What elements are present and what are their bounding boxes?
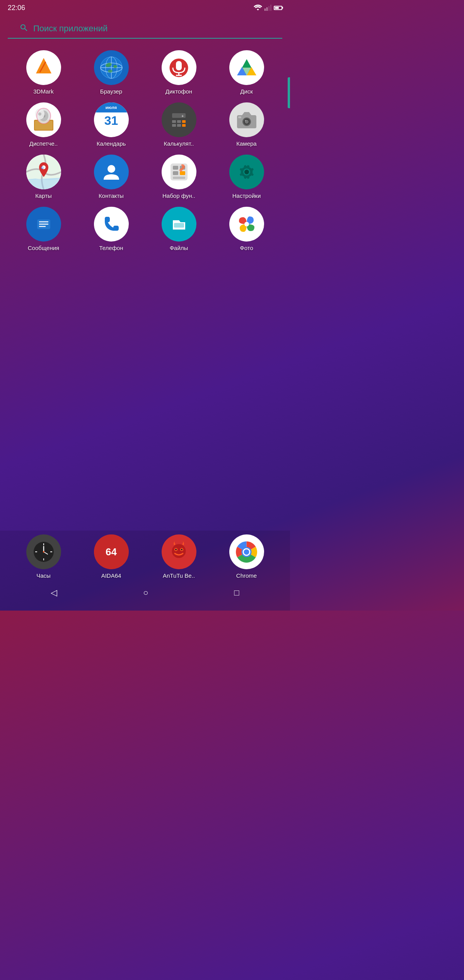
app-label-dispatcher: Диспетче..	[29, 140, 58, 147]
scroll-indicator	[288, 77, 290, 108]
app-item-naborfun[interactable]: Набор фун..	[147, 155, 211, 199]
app-label-camera: Камера	[236, 140, 256, 147]
app-item-dispatcher[interactable]: Диспетче..	[12, 102, 75, 147]
status-time: 22:06	[8, 4, 25, 12]
svg-point-90	[244, 549, 249, 555]
app-item-camera[interactable]: Камера	[215, 102, 278, 147]
app-icon-contacts	[94, 155, 129, 189]
svg-point-31	[38, 112, 41, 116]
app-icon-camera	[229, 102, 264, 137]
dock-icon-chrome	[229, 534, 264, 569]
battery-icon	[274, 6, 282, 10]
svg-marker-21	[242, 59, 251, 68]
app-grid: 3DMark Браузер	[0, 43, 290, 259]
svg-rect-56	[173, 166, 178, 170]
app-icon-naborfun	[162, 155, 196, 189]
app-label-settings: Настройки	[232, 192, 261, 199]
app-label-3dmark: 3DMark	[33, 88, 54, 95]
dock-icon-clock	[26, 534, 61, 569]
app-icon-disk	[229, 50, 264, 85]
app-label-dictophone: Диктофон	[165, 88, 192, 95]
app-icon-files	[162, 207, 196, 242]
app-icon-maps: G	[26, 155, 61, 189]
search-icon	[19, 23, 29, 34]
search-bar[interactable]: Поиск приложений	[8, 19, 282, 39]
dock-item-antutu[interactable]: AnTuTu Be..	[147, 534, 211, 579]
svg-rect-60	[173, 177, 185, 179]
dock-item-aida64[interactable]: 64 AIDA64	[79, 534, 143, 579]
search-placeholder: Поиск приложений	[33, 24, 107, 34]
svg-rect-40	[177, 124, 181, 127]
dock-label-aida64: AIDA64	[101, 572, 121, 579]
back-button[interactable]: ◁	[43, 585, 65, 601]
bottom-dock: Часы 64 AIDA64	[0, 531, 290, 611]
wifi-icon	[254, 5, 262, 11]
svg-point-86	[181, 549, 183, 550]
svg-rect-39	[172, 124, 176, 127]
app-item-calendar[interactable]: июля 31 Календарь	[79, 102, 143, 147]
svg-rect-59	[180, 171, 185, 175]
svg-rect-41	[182, 124, 186, 127]
dock-item-clock[interactable]: Часы	[12, 534, 75, 579]
dock-label-clock: Часы	[36, 572, 51, 579]
svg-point-82	[172, 544, 186, 558]
app-icon-dictophone	[162, 50, 196, 85]
app-item-photos[interactable]: Фото	[215, 207, 278, 251]
dock-label-chrome: Chrome	[236, 572, 257, 579]
svg-text:G: G	[41, 166, 44, 170]
app-icon-messages	[26, 207, 61, 242]
svg-point-71	[244, 222, 249, 226]
svg-rect-17	[176, 61, 182, 70]
app-item-dictophone[interactable]: Диктофон	[147, 50, 211, 95]
app-icon-photos	[229, 207, 264, 242]
app-icon-calendar: июля 31	[94, 102, 129, 137]
app-item-browser[interactable]: Браузер	[79, 50, 143, 95]
svg-rect-1	[266, 7, 268, 11]
app-label-files: Файлы	[170, 245, 188, 251]
svg-rect-36	[172, 120, 176, 123]
svg-rect-3	[270, 5, 271, 11]
nav-bar: ◁ ○ □	[0, 583, 290, 603]
svg-point-85	[175, 549, 177, 550]
app-item-messages[interactable]: Сообщения	[12, 207, 75, 251]
svg-rect-70	[174, 223, 184, 228]
app-icon-3dmark	[26, 50, 61, 85]
svg-point-54	[107, 165, 115, 173]
app-label-photos: Фото	[240, 245, 253, 251]
status-icons	[254, 5, 282, 11]
dock-item-chrome[interactable]: Chrome	[215, 534, 278, 579]
svg-point-47	[245, 120, 246, 121]
svg-text:+: +	[181, 114, 184, 118]
dock-apps: Часы 64 AIDA64	[0, 534, 290, 583]
app-label-naborfun: Набор фун..	[162, 192, 195, 199]
app-item-phone[interactable]: Телефон	[79, 207, 143, 251]
app-item-disk[interactable]: Диск	[215, 50, 278, 95]
svg-rect-48	[238, 116, 241, 118]
app-item-contacts[interactable]: Контакты	[79, 155, 143, 199]
app-item-3dmark[interactable]: 3DMark	[12, 50, 75, 95]
app-label-calendar: Календарь	[97, 140, 126, 147]
app-label-calculator: Калькулят..	[164, 140, 194, 147]
app-icon-browser	[94, 50, 129, 85]
svg-rect-37	[177, 120, 181, 123]
svg-rect-58	[173, 171, 178, 175]
svg-rect-38	[182, 120, 186, 123]
app-icon-phone	[94, 207, 129, 242]
app-item-files[interactable]: Файлы	[147, 207, 211, 251]
home-button[interactable]: ○	[135, 585, 156, 601]
svg-marker-43	[242, 112, 251, 115]
app-label-browser: Браузер	[100, 88, 122, 95]
calendar-date: 31	[104, 114, 118, 128]
dock-icon-antutu	[162, 534, 196, 569]
app-icon-settings	[229, 155, 264, 189]
app-icon-calculator: +	[162, 102, 196, 137]
app-item-maps[interactable]: G Карты	[12, 155, 75, 199]
app-item-calculator[interactable]: + Калькулят..	[147, 102, 211, 147]
status-bar: 22:06	[0, 0, 290, 15]
recent-button[interactable]: □	[227, 585, 247, 601]
app-item-settings[interactable]: Настройки	[215, 155, 278, 199]
app-label-maps: Карты	[35, 192, 52, 199]
svg-point-80	[43, 551, 44, 553]
app-label-disk: Диск	[240, 88, 253, 95]
svg-rect-2	[268, 6, 270, 11]
